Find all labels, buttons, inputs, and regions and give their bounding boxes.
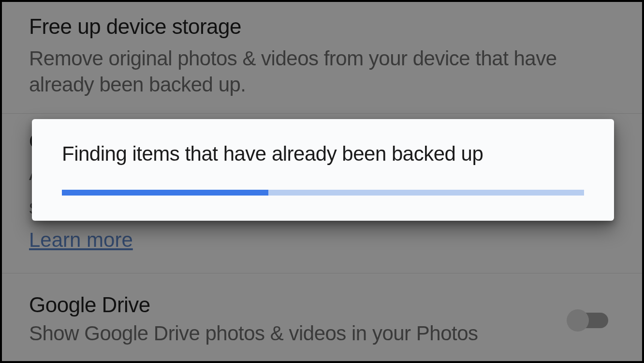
dialog-title: Finding items that have already been bac… <box>62 142 584 166</box>
progress-bar <box>62 190 584 196</box>
progress-bar-fill <box>62 190 268 196</box>
progress-dialog: Finding items that have already been bac… <box>32 119 614 221</box>
